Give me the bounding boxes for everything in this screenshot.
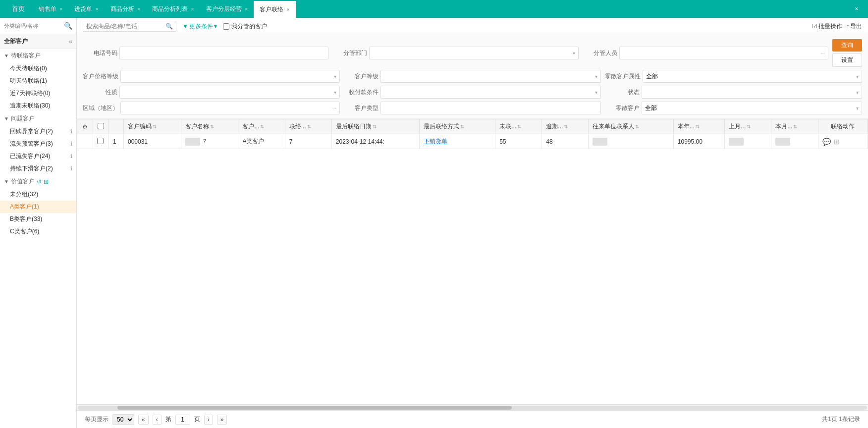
settings-button[interactable]: 设置 xyxy=(832,54,862,67)
nav-tab-customer-contact[interactable]: 客户联络 × xyxy=(254,0,295,18)
sidebar-search-input[interactable] xyxy=(4,23,64,29)
filter-label-payment: 收付款条件 xyxy=(344,88,379,97)
sidebar-item-tomorrow[interactable]: 明天待联络(1) xyxy=(0,75,76,87)
sidebar-item-lost-warning[interactable]: 流失预警客户(3) ℹ xyxy=(0,138,76,150)
horizontal-scrollbar[interactable] xyxy=(77,404,868,410)
col-settings[interactable]: ⚙ xyxy=(77,119,93,134)
page-size-select[interactable]: 50 xyxy=(112,414,134,425)
nav-home[interactable]: 首页 xyxy=(4,0,33,18)
filter-search-icon[interactable]: 🔍 xyxy=(165,23,173,30)
col-unit-contact[interactable]: 往来单位联系人⇅ xyxy=(589,119,673,134)
select-all-checkbox[interactable] xyxy=(98,123,104,129)
sidebar-item-b-class[interactable]: B类客户(33) xyxy=(0,213,76,225)
qr-icon[interactable]: ⊞ xyxy=(834,138,840,146)
col-uncontacted[interactable]: 未联...⇅ xyxy=(495,119,542,134)
close-tab-sales[interactable]: × xyxy=(59,6,62,12)
sidebar-item-ungrouped[interactable]: 未分组(32) xyxy=(0,188,76,201)
sidebar-item-overdue[interactable]: 逾期未联络(30) xyxy=(0,100,76,112)
filter-cell-dept: 分管部门 ▾ xyxy=(332,47,578,59)
scrollbar-thumb[interactable] xyxy=(117,406,512,410)
sidebar-search-icon[interactable]: 🔍 xyxy=(64,22,72,30)
row-this-year: 10995.00 xyxy=(673,134,724,149)
filter-input-manager[interactable]: ··· xyxy=(619,47,828,59)
current-page-input[interactable] xyxy=(175,415,190,425)
last-page-btn[interactable]: » xyxy=(217,415,227,425)
next-page-btn[interactable]: › xyxy=(204,415,213,425)
sidebar-group-value[interactable]: ▼ 价值客户 ↺ ⊞ xyxy=(0,175,76,188)
nav-tab-analysis-list[interactable]: 商品分析列表 × xyxy=(146,0,200,18)
close-tab-analysis-list[interactable]: × xyxy=(191,6,194,12)
nav-tab-analysis[interactable]: 商品分析 × xyxy=(105,0,146,18)
close-tab-customer-mgmt[interactable]: × xyxy=(245,6,248,12)
filter-my-customers-checkbox[interactable] xyxy=(223,23,229,30)
table-row: 1 000031 ？ A类客户 7 2023-04-12 14:44: 下销货单… xyxy=(77,134,868,149)
filter-search-input[interactable] xyxy=(86,23,165,30)
col-overdue[interactable]: 逾期...⇅ xyxy=(542,119,589,134)
close-tab-purchase[interactable]: × xyxy=(95,6,98,12)
row-checkbox[interactable] xyxy=(93,134,109,149)
sidebar-collapse-icon[interactable]: « xyxy=(69,38,72,45)
col-checkbox[interactable] xyxy=(93,119,109,134)
col-type[interactable]: 客户...⇅ xyxy=(238,119,285,134)
filter-bar: 🔍 ▼ 更多条件 ▾ 我分管的客户 ☑ 批量操作 ↑ 导出 xyxy=(77,18,868,35)
col-code[interactable]: 客户编码⇅ xyxy=(124,119,181,134)
filter-input-customer-type[interactable] xyxy=(380,102,601,114)
prev-page-btn[interactable]: ‹ xyxy=(153,415,162,425)
sidebar-item-a-class[interactable]: A类客户(1) xyxy=(0,201,76,213)
filter-more-conditions[interactable]: ▼ 更多条件 ▾ xyxy=(182,22,217,31)
sidebar-item-lost[interactable]: 已流失客户(24) ℹ xyxy=(0,150,76,162)
filter-label-retail-attr: 零散客户属性 xyxy=(605,72,641,81)
filter-label-customer-type: 客户类型 xyxy=(344,104,379,112)
message-icon[interactable]: 💬 xyxy=(822,138,831,146)
filter-input-retail-customer[interactable]: 全部 ▾ xyxy=(642,102,862,114)
filter-input-dept[interactable]: ▾ xyxy=(369,47,578,59)
sidebar-group-pending[interactable]: ▼ 待联络客户 xyxy=(0,49,76,62)
nav-tab-customer-mgmt[interactable]: 客户分层经营 × xyxy=(200,0,254,18)
query-button[interactable]: 查询 xyxy=(832,39,862,52)
sidebar-item-7days[interactable]: 近7天待联络(0) xyxy=(0,87,76,100)
sidebar-item-declining[interactable]: 持续下滑客户(2) ℹ xyxy=(0,162,76,175)
sidebar-group-problems[interactable]: ▼ 问题客户 xyxy=(0,112,76,125)
col-contact[interactable]: 联络...⇅ xyxy=(285,119,331,134)
col-name[interactable]: 客户名称⇅ xyxy=(181,119,238,134)
filter-input-retail-attr[interactable]: 全部 ▾ xyxy=(643,70,862,83)
filter-input-price-level[interactable]: ▾ xyxy=(120,70,340,83)
row-action: 💬 ⊞ xyxy=(818,134,868,149)
sidebar-item-today[interactable]: 今天待联络(0) xyxy=(0,62,76,75)
sidebar-all-customers[interactable]: 全部客户 « xyxy=(0,34,76,49)
content-area: 🔍 ▼ 更多条件 ▾ 我分管的客户 ☑ 批量操作 ↑ 导出 xyxy=(77,18,868,428)
filter-input-nature[interactable]: ▾ xyxy=(119,86,340,99)
row-uncontacted: 55 xyxy=(495,134,542,149)
col-last-month[interactable]: 上月...⇅ xyxy=(725,119,771,134)
filter-cell-retail-customer: 零散客户 全部 ▾ xyxy=(605,102,862,114)
settings-value-icon[interactable]: ⊞ xyxy=(44,178,49,185)
row-select-checkbox[interactable] xyxy=(97,138,104,144)
batch-ops-button[interactable]: ☑ 批量操作 xyxy=(812,22,842,31)
sidebar-item-c-class[interactable]: C类客户(6) xyxy=(0,225,76,238)
scrollbar-track xyxy=(78,406,867,410)
info-icon-declining: ℹ xyxy=(70,165,72,172)
first-page-btn[interactable]: « xyxy=(138,415,149,425)
col-this-month[interactable]: 本月...⇅ xyxy=(771,119,818,134)
col-last-contact-date[interactable]: 最后联络日期⇅ xyxy=(331,119,420,134)
filter-input-payment[interactable]: ▾ xyxy=(380,86,601,99)
refresh-value-icon[interactable]: ↺ xyxy=(37,178,42,185)
filter-input-phone[interactable] xyxy=(119,47,328,59)
export-button[interactable]: ↑ 导出 xyxy=(846,22,862,31)
row-settings xyxy=(77,134,93,149)
row-this-month xyxy=(771,134,818,149)
filter-cell-manager: 分管人员 ··· xyxy=(583,47,828,59)
filter-input-status[interactable]: ▾ xyxy=(642,86,862,99)
close-tab-customer-contact[interactable]: × xyxy=(286,6,289,12)
filter-my-customers[interactable]: 我分管的客户 xyxy=(223,22,267,31)
close-tab-analysis[interactable]: × xyxy=(137,6,140,12)
nav-tab-purchase[interactable]: 进货单 × xyxy=(68,0,104,18)
window-close-button[interactable]: × xyxy=(849,1,864,16)
nav-tab-sales[interactable]: 销售单 × xyxy=(33,0,68,18)
col-last-contact-method[interactable]: 最后联络方式⇅ xyxy=(420,119,495,134)
row-last-contact-method[interactable]: 下销货单 xyxy=(420,134,495,149)
filter-input-region[interactable]: ··· xyxy=(120,102,340,114)
filter-input-customer-level[interactable]: ▾ xyxy=(380,70,601,83)
col-this-year[interactable]: 本年...⇅ xyxy=(673,119,724,134)
sidebar-item-repurchase[interactable]: 回购异常客户(2) ℹ xyxy=(0,125,76,138)
